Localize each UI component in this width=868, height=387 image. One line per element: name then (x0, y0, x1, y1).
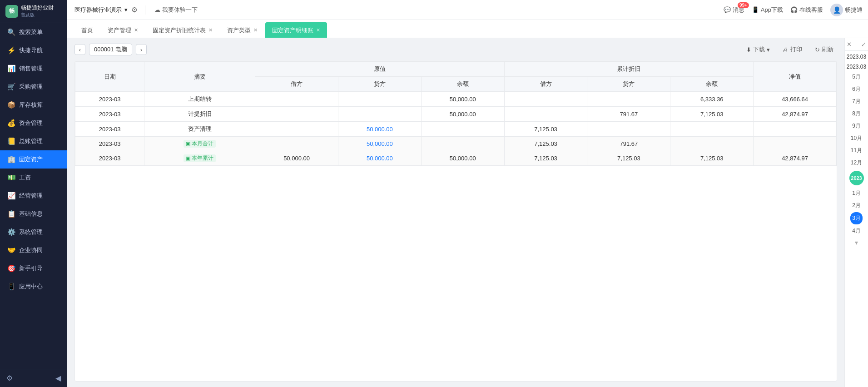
sidebar-icon-fixedasset: 🏢 (7, 155, 15, 164)
year-marker[interactable]: 2023 (849, 171, 864, 185)
table-row: 2023-03 ▣本月合计 50,000.00 7,125.03 791.67 (75, 137, 837, 151)
experience-button[interactable]: ☁ 我要体验一下 (154, 6, 198, 14)
month-item[interactable]: 4月 (848, 225, 865, 237)
month-item[interactable]: 5月 (849, 71, 864, 83)
sidebar-item-appcenter[interactable]: 📱 应用中心 (0, 278, 67, 296)
cell-depr-credit (587, 122, 670, 137)
month-item[interactable]: 6月 (849, 83, 864, 95)
cell-depr-credit: 7,125.03 (587, 151, 670, 166)
tab-home[interactable]: 首页 (74, 22, 100, 38)
sidebar-label-fixedasset: 固定资产 (19, 155, 43, 164)
sidebar-item-purchase[interactable]: 🛒 采购管理 (0, 78, 67, 96)
print-button[interactable]: 🖨 打印 (779, 44, 806, 55)
online-service-label: 在线客服 (799, 6, 823, 14)
cell-depr-debit: 7,125.03 (504, 151, 587, 166)
cell-orig-balance: 50,000.00 (421, 92, 504, 107)
sidebar-item-fixedasset[interactable]: 🏢 固定资产 (0, 150, 67, 169)
month-item[interactable]: 10月 (849, 132, 864, 144)
toolbar: ‹ 000001 电脑 › ⬇ 下载 ▾ 🖨 打印 ↻ (74, 44, 837, 55)
month-item[interactable]: 8月 (849, 108, 864, 120)
month-item[interactable]: 2月 (848, 199, 865, 212)
tab-depreciation[interactable]: 固定资产折旧统计表✕ (146, 22, 219, 38)
company-selector[interactable]: 医疗器械行业演示 ▾ (74, 6, 128, 14)
refresh-button[interactable]: ↻ 刷新 (811, 44, 837, 55)
sidebar-item-quicknav[interactable]: ⚡ 快捷导航 (0, 41, 67, 60)
cell-orig-balance (421, 122, 504, 137)
sidebar-item-finance[interactable]: 💰 资金管理 (0, 114, 67, 132)
download-icon: 📱 (752, 6, 759, 13)
messages-button[interactable]: 💬 消息 99+ (724, 6, 744, 14)
sidebar-item-coopbiz[interactable]: 🤝 企业协同 (0, 241, 67, 259)
cell-orig-credit: 50,000.00 (338, 137, 421, 151)
sidebar-item-search[interactable]: 🔍 搜索菜单 (0, 23, 67, 41)
refresh-label: 刷新 (822, 45, 833, 54)
date-navigation-panel: ✕ ⤢ 2023.03 2023.03 5月6月7月8月9月10月11月12月 … (844, 38, 868, 387)
sidebar-item-bizmanage[interactable]: 📈 经营管理 (0, 187, 67, 205)
cell-orig-debit (255, 137, 338, 151)
tab-assettype[interactable]: 资产类型✕ (220, 22, 264, 38)
sidebar-label-quicknav: 快捷导航 (19, 46, 43, 55)
settings-icon[interactable]: ⚙ (6, 374, 13, 382)
cell-net-value (754, 122, 837, 137)
sidebar-icon-payroll: 💵 (7, 174, 15, 182)
print-label: 打印 (790, 45, 802, 54)
sidebar-item-basicinfo[interactable]: 📋 基础信息 (0, 205, 67, 223)
month-item[interactable]: 3月 (850, 212, 863, 224)
cell-net-value: 42,874.97 (754, 107, 837, 122)
next-arrow-button[interactable]: › (136, 44, 147, 55)
sidebar-icon-finance: 💰 (7, 119, 15, 127)
panel-close-button[interactable]: ✕ (847, 41, 852, 48)
tab-assetledger[interactable]: 固定资产明细账✕ (265, 22, 327, 38)
table-row: 2023-03 ▣本年累计 50,000.00 50,000.00 50,000… (75, 151, 837, 166)
sidebar-icon-basicinfo: 📋 (7, 210, 15, 218)
cell-depr-credit: 791.67 (587, 137, 670, 151)
tab-close-assettype[interactable]: ✕ (253, 27, 258, 33)
month-item[interactable]: 1月 (848, 187, 865, 199)
sidebar-item-ledger[interactable]: 📒 总账管理 (0, 132, 67, 150)
sidebar-label-bizmanage: 经营管理 (19, 192, 43, 200)
cell-summary: 上期结转 (144, 92, 255, 107)
th-depr-balance: 余额 (670, 77, 754, 92)
download-label: 下载 (753, 45, 765, 54)
online-service-button[interactable]: 🎧 在线客服 (790, 6, 823, 14)
month-item[interactable]: 11月 (849, 144, 864, 157)
th-original-group: 原值 (255, 62, 504, 77)
download-button[interactable]: ⬇ 下载 ▾ (743, 44, 774, 55)
sidebar-item-sales[interactable]: 📊 销售管理 (0, 60, 67, 78)
month-item[interactable]: 7月 (849, 95, 864, 108)
tab-close-assetmgmt[interactable]: ✕ (134, 27, 138, 33)
sidebar-label-finance: 资金管理 (19, 119, 43, 127)
tab-label-home: 首页 (81, 26, 93, 35)
tab-assetmgmt[interactable]: 资产管理✕ (101, 22, 145, 38)
month-item[interactable]: 9月 (849, 120, 864, 132)
sidebar-item-newbie[interactable]: 🎯 新手引导 (0, 259, 67, 278)
content-main: ‹ 000001 电脑 › ⬇ 下载 ▾ 🖨 打印 ↻ (67, 38, 844, 387)
tab-label-assettype: 资产类型 (227, 26, 251, 35)
user-name: 畅捷通 (845, 6, 863, 14)
tab-close-depreciation[interactable]: ✕ (208, 27, 213, 33)
app-download-button[interactable]: 📱 App下载 (752, 6, 783, 14)
cell-depr-balance (670, 122, 754, 137)
tab-close-assetledger[interactable]: ✕ (316, 27, 320, 33)
sidebar-label-sales: 销售管理 (19, 64, 43, 73)
app-download-label: App下载 (761, 6, 783, 14)
cell-net-value (754, 137, 837, 151)
panel-expand-button[interactable]: ⤢ (861, 41, 866, 48)
cell-depr-balance: 7,125.03 (670, 107, 754, 122)
cell-orig-debit: 50,000.00 (255, 151, 338, 166)
cell-depr-credit (587, 92, 670, 107)
gear-icon[interactable]: ⚙ (131, 5, 138, 14)
dropdown-arrow-icon: ▾ (124, 6, 128, 13)
month-item[interactable]: 12月 (849, 157, 864, 169)
user-profile[interactable]: 👤 畅捷通 (830, 4, 863, 16)
sidebar-item-payroll[interactable]: 💵 工资 (0, 169, 67, 187)
sidebar-icon-bizmanage: 📈 (7, 192, 15, 200)
panel-down-arrow[interactable]: ▾ (855, 237, 858, 248)
cell-depr-balance: 7,125.03 (670, 151, 754, 166)
sidebar-icon-appcenter: 📱 (7, 283, 15, 291)
cell-orig-credit: 50,000.00 (338, 151, 421, 166)
prev-arrow-button[interactable]: ‹ (74, 44, 85, 55)
sidebar-item-inventory[interactable]: 📦 库存核算 (0, 96, 67, 114)
collapse-icon[interactable]: ◀ (55, 374, 61, 382)
sidebar-item-sysmanage[interactable]: ⚙️ 系统管理 (0, 223, 67, 241)
